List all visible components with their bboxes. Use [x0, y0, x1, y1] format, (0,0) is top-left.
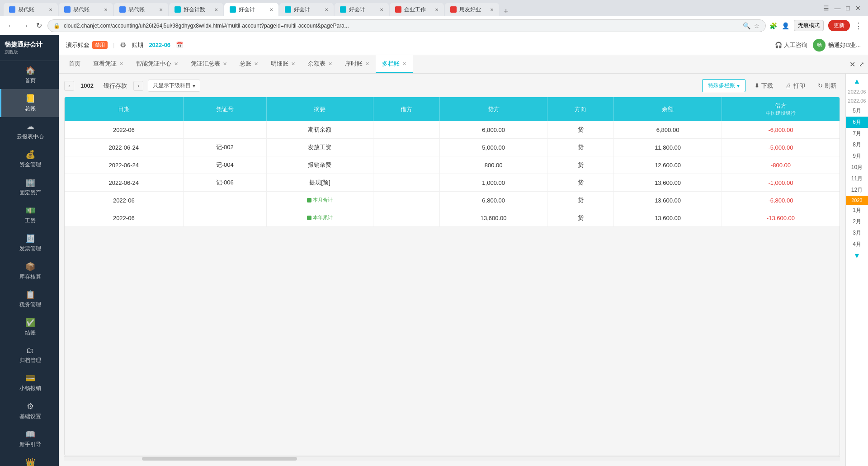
print-button[interactable]: 🖨 打印: [782, 80, 809, 92]
sidebar-item-ledger[interactable]: 📒 总账: [0, 89, 59, 117]
cell-credit: 5,000.00: [439, 139, 547, 156]
page-tab-smart[interactable]: 智能凭证中心 ✕: [130, 55, 184, 73]
page-tab-voucher[interactable]: 查看凭证 ✕: [87, 55, 130, 73]
sidebar-item-inventory[interactable]: 📦 库存核算: [0, 257, 59, 285]
timeline-month-5[interactable]: 5月: [846, 105, 868, 117]
timeline-month-9[interactable]: 9月: [846, 151, 868, 162]
sidebar-item-settle[interactable]: ✅ 结账: [0, 313, 59, 341]
sidebar-item-member[interactable]: 👑 畅会员: [0, 453, 59, 466]
tab-close-7[interactable]: ✕: [380, 7, 383, 12]
page-tab-general-close[interactable]: ✕: [254, 61, 258, 67]
maximize-btn[interactable]: □: [846, 5, 850, 12]
address-bar[interactable]: 🔒 cloud2.chanjet.com/accounting/uh26t264…: [47, 19, 766, 32]
sidebar-item-settings[interactable]: ⚙ 基础设置: [0, 397, 59, 425]
sidebar-item-asset[interactable]: 🏢 固定资产: [0, 173, 59, 201]
search-icon[interactable]: 🔍: [743, 22, 750, 29]
browser-tab-6[interactable]: 好会计 ✕: [279, 3, 334, 16]
page-tab-summary-close[interactable]: ✕: [223, 61, 227, 67]
tab-close-2[interactable]: ✕: [104, 7, 108, 12]
no-trace-button[interactable]: 无痕模式: [794, 20, 824, 31]
settings-gear-icon[interactable]: ⚙: [120, 41, 126, 49]
timeline-month-8[interactable]: 8月: [846, 139, 868, 151]
browser-tab-3[interactable]: 易代账 ✕: [114, 3, 168, 16]
user-profile-icon[interactable]: 👤: [782, 22, 789, 29]
page-tab-multicolumn-close[interactable]: ✕: [402, 61, 406, 67]
tab-close-9[interactable]: ✕: [490, 7, 494, 12]
new-tab-button[interactable]: +: [500, 7, 512, 16]
panel-close-icon[interactable]: ✕: [848, 58, 857, 71]
cell-voucher[interactable]: 记-006: [183, 174, 266, 192]
download-button[interactable]: ⬇ 下载: [751, 80, 777, 92]
browser-tab-1[interactable]: 易代账 ✕: [4, 3, 58, 16]
tab-close-5[interactable]: ✕: [269, 7, 273, 12]
reload-button[interactable]: ↻: [34, 19, 44, 32]
sidebar-item-guide[interactable]: 📖 新手引导: [0, 425, 59, 453]
timeline-month-2023-1[interactable]: 1月: [846, 205, 868, 216]
browser-tab-2[interactable]: 易代账 ✕: [59, 3, 113, 16]
minimize-btn[interactable]: —: [835, 5, 841, 12]
page-tab-voucher-close[interactable]: ✕: [119, 61, 123, 67]
more-options-icon[interactable]: ⋮: [854, 21, 863, 31]
timeline-month-6[interactable]: 6月: [846, 117, 868, 128]
user-area[interactable]: 畅 畅通好B业...: [813, 39, 861, 52]
page-tab-balance[interactable]: 余额表 ✕: [302, 55, 339, 73]
sidebar-item-expense[interactable]: 💳 小畅报销: [0, 369, 59, 397]
sidebar-item-tax[interactable]: 📋 税务管理: [0, 285, 59, 313]
page-tab-detail-close[interactable]: ✕: [291, 61, 295, 67]
panel-expand-icon[interactable]: ⤢: [859, 61, 864, 68]
tab-close-1[interactable]: ✕: [49, 7, 52, 12]
page-tab-general[interactable]: 总账 ✕: [233, 55, 264, 73]
timeline-month-7[interactable]: 7月: [846, 128, 868, 139]
sidebar-item-home[interactable]: 🏠 首页: [0, 61, 59, 89]
prev-account-button[interactable]: ‹: [64, 81, 74, 91]
sidebar-item-fund[interactable]: 💰 资金管理: [0, 145, 59, 173]
sidebar-item-invoice[interactable]: 🧾 发票管理: [0, 229, 59, 257]
refresh-button[interactable]: ↻ 刷新: [814, 80, 840, 92]
consult-button[interactable]: 🎧 人工咨询: [775, 41, 807, 49]
page-tab-multicolumn[interactable]: 多栏账 ✕: [376, 55, 413, 73]
browser-tab-8[interactable]: 企业工作 ✕: [390, 3, 444, 16]
back-button[interactable]: ←: [5, 20, 16, 32]
timeline-month-2023-4[interactable]: 4月: [846, 239, 868, 250]
sidebar-item-report[interactable]: ☁ 云报表中心: [0, 117, 59, 145]
cell-voucher[interactable]: 记-004: [183, 156, 266, 174]
horizontal-scrollbar[interactable]: [64, 456, 840, 461]
forward-button[interactable]: →: [20, 20, 31, 32]
sidebar-item-archive[interactable]: 🗂 归档管理: [0, 341, 59, 369]
browser-tab-5[interactable]: 好会计 ✕: [224, 3, 278, 16]
page-tab-detail[interactable]: 明细账 ✕: [264, 55, 302, 73]
browser-tab-9[interactable]: 用友好业 ✕: [445, 3, 499, 16]
filter-dropdown[interactable]: 只显示下级科目 ▾: [148, 80, 200, 92]
browser-tab-4[interactable]: 好会计数 ✕: [169, 3, 223, 16]
scrollbar-thumb[interactable]: [142, 457, 297, 461]
timeline-month-12[interactable]: 12月: [846, 184, 868, 196]
table-row: 2022-06 期初余额 6,800.00 贷 6,800.00 -6,800.…: [65, 121, 840, 139]
page-tab-sequence[interactable]: 序时账 ✕: [339, 55, 376, 73]
timeline-up-arrow[interactable]: ▲: [852, 75, 863, 87]
cell-voucher[interactable]: 记-002: [183, 139, 266, 156]
tab-list-icon[interactable]: ☰: [823, 5, 829, 12]
timeline-month-10[interactable]: 10月: [846, 162, 868, 173]
tab-close-6[interactable]: ✕: [325, 7, 328, 12]
page-tab-balance-close[interactable]: ✕: [328, 61, 332, 67]
browser-tab-7[interactable]: 好会计 ✕: [335, 3, 389, 16]
tab-close-4[interactable]: ✕: [214, 7, 218, 12]
tab-close-3[interactable]: ✕: [159, 7, 163, 12]
timeline-month-2023-2[interactable]: 2月: [846, 216, 868, 227]
bookmark-icon[interactable]: ☆: [754, 22, 760, 29]
next-account-button[interactable]: ›: [133, 81, 143, 91]
timeline-month-11[interactable]: 11月: [846, 173, 868, 184]
timeline-month-2023-3[interactable]: 3月: [846, 227, 868, 239]
page-tab-summary[interactable]: 凭证汇总表 ✕: [184, 55, 233, 73]
page-tab-sequence-close[interactable]: ✕: [365, 61, 369, 67]
calendar-icon[interactable]: 📅: [176, 42, 183, 48]
timeline-down-arrow[interactable]: ▼: [852, 250, 863, 262]
special-multicolumn-button[interactable]: 特殊多栏账 ▾: [702, 79, 745, 92]
extensions-icon[interactable]: 🧩: [769, 22, 777, 29]
sidebar-item-salary[interactable]: 💵 工资: [0, 201, 59, 229]
close-btn[interactable]: ✕: [855, 5, 861, 12]
tab-close-8[interactable]: ✕: [435, 7, 439, 12]
page-tab-home[interactable]: 首页: [62, 55, 87, 73]
page-tab-smart-close[interactable]: ✕: [174, 61, 178, 67]
update-button[interactable]: 更新: [828, 20, 850, 31]
